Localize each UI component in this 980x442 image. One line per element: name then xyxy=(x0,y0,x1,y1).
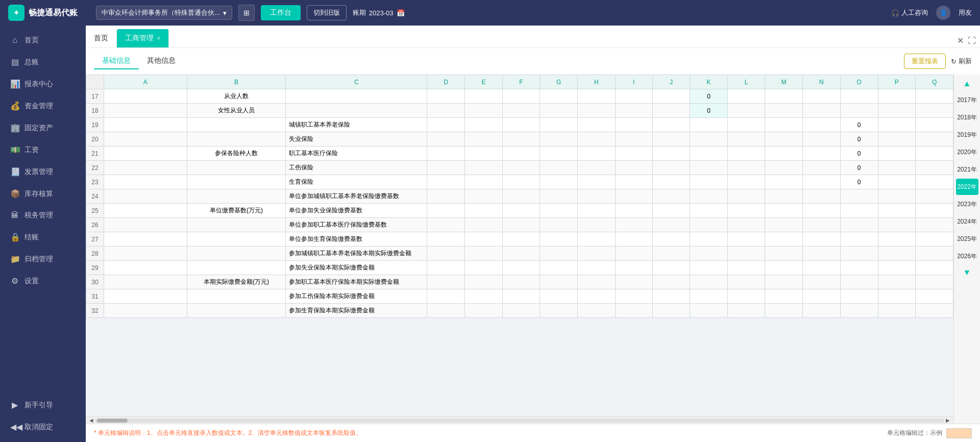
cell-32-b[interactable] xyxy=(187,304,286,318)
cell-17-g[interactable] xyxy=(540,89,578,104)
cell-26-c[interactable]: 单位参加职工基本医疗保险缴费基数 xyxy=(286,218,427,232)
cell-30-o[interactable] xyxy=(840,275,878,289)
cell-27-l[interactable] xyxy=(727,232,765,247)
sidebar-item-close[interactable]: 🔒 结账 xyxy=(0,226,86,248)
cell-29-a[interactable] xyxy=(104,261,187,275)
cell-18-p[interactable] xyxy=(878,104,916,118)
cell-26-a[interactable] xyxy=(104,218,187,232)
cell-21-m[interactable] xyxy=(765,146,803,161)
cell-30-e[interactable] xyxy=(465,275,503,289)
sidebar-item-unpin[interactable]: ◀◀ 取消固定 xyxy=(0,416,86,438)
cell-30-h[interactable] xyxy=(578,275,616,289)
cell-31-i[interactable] xyxy=(615,289,652,304)
cell-23-a[interactable] xyxy=(104,175,187,189)
cell-23-j[interactable] xyxy=(652,175,690,189)
sidebar-item-report[interactable]: 📊 报表中心 xyxy=(0,73,86,95)
cell-30-q[interactable] xyxy=(916,275,953,289)
year-2017[interactable]: 2017年 xyxy=(956,92,978,108)
cell-29-b[interactable] xyxy=(187,261,286,275)
cell-30-d[interactable] xyxy=(427,275,465,289)
cell-25-q[interactable] xyxy=(916,204,953,218)
cell-31-l[interactable] xyxy=(727,289,765,304)
year-nav-down[interactable]: ▼ xyxy=(956,265,978,280)
year-2019[interactable]: 2019年 xyxy=(956,127,978,143)
cell-27-n[interactable] xyxy=(803,232,841,247)
cell-21-k[interactable] xyxy=(690,146,728,161)
cell-23-m[interactable] xyxy=(765,175,803,189)
cell-23-n[interactable] xyxy=(803,175,841,189)
sidebar-item-archive[interactable]: 📁 归档管理 xyxy=(0,248,86,270)
sidebar-item-assets[interactable]: 🏢 固定资产 xyxy=(0,117,86,139)
cell-24-a[interactable] xyxy=(104,189,187,204)
cell-30-f[interactable] xyxy=(502,275,540,289)
cell-25-e[interactable] xyxy=(465,204,503,218)
calendar-icon[interactable]: 📅 xyxy=(397,9,405,17)
cell-20-p[interactable] xyxy=(878,132,916,146)
cell-29-j[interactable] xyxy=(652,261,690,275)
cell-29-q[interactable] xyxy=(916,261,953,275)
cell-20-h[interactable] xyxy=(578,132,616,146)
cell-31-n[interactable] xyxy=(803,289,841,304)
sidebar-item-settings[interactable]: ⚙ 设置 xyxy=(0,270,86,292)
cell-25-a[interactable] xyxy=(104,204,187,218)
sidebar-item-invoice[interactable]: 🧾 发票管理 xyxy=(0,161,86,183)
cell-17-o[interactable] xyxy=(840,89,878,104)
cell-28-b[interactable] xyxy=(187,247,286,261)
cell-32-h[interactable] xyxy=(578,304,616,318)
cell-22-g[interactable] xyxy=(540,161,578,175)
cell-31-d[interactable] xyxy=(427,289,465,304)
cell-29-n[interactable] xyxy=(803,261,841,275)
year-2021[interactable]: 2021年 xyxy=(956,161,978,178)
cell-22-i[interactable] xyxy=(615,161,652,175)
cell-24-b[interactable] xyxy=(187,189,286,204)
cell-20-i[interactable] xyxy=(615,132,652,146)
cell-24-i[interactable] xyxy=(615,189,652,204)
cell-17-a[interactable] xyxy=(104,89,187,104)
cell-17-f[interactable] xyxy=(502,89,540,104)
cell-20-o[interactable]: 0 xyxy=(840,132,878,146)
cell-17-j[interactable] xyxy=(652,89,690,104)
cell-28-k[interactable] xyxy=(690,247,728,261)
cell-18-g[interactable] xyxy=(540,104,578,118)
cell-32-i[interactable] xyxy=(615,304,652,318)
cell-32-a[interactable] xyxy=(104,304,187,318)
cell-30-m[interactable] xyxy=(765,275,803,289)
cell-22-h[interactable] xyxy=(578,161,616,175)
cell-25-c[interactable]: 单位参加失业保险缴费基数 xyxy=(286,204,427,218)
cell-17-l[interactable] xyxy=(727,89,765,104)
cell-26-n[interactable] xyxy=(803,218,841,232)
cell-27-f[interactable] xyxy=(502,232,540,247)
cell-29-f[interactable] xyxy=(502,261,540,275)
cell-21-h[interactable] xyxy=(578,146,616,161)
cell-32-q[interactable] xyxy=(916,304,953,318)
sidebar-item-finance[interactable]: 💰 资金管理 xyxy=(0,95,86,117)
cell-21-b[interactable]: 参保各险种人数 xyxy=(187,146,286,161)
cell-31-f[interactable] xyxy=(502,289,540,304)
year-2025[interactable]: 2025年 xyxy=(956,231,978,247)
cell-18-q[interactable] xyxy=(916,104,953,118)
tab-close-icon[interactable]: × xyxy=(157,35,160,42)
cell-31-p[interactable] xyxy=(878,289,916,304)
cell-32-l[interactable] xyxy=(727,304,765,318)
cell-30-a[interactable] xyxy=(104,275,187,289)
cell-21-n[interactable] xyxy=(803,146,841,161)
cell-22-o[interactable]: 0 xyxy=(840,161,878,175)
cell-19-l[interactable] xyxy=(727,118,765,132)
cell-30-n[interactable] xyxy=(803,275,841,289)
cell-20-d[interactable] xyxy=(427,132,465,146)
cell-25-j[interactable] xyxy=(652,204,690,218)
sidebar-item-newuser[interactable]: ▶ 新手引导 xyxy=(0,394,86,416)
tab-industry[interactable]: 工商管理 × xyxy=(117,29,169,47)
cell-17-b[interactable]: 从业人数 xyxy=(187,89,286,104)
cell-28-o[interactable] xyxy=(840,247,878,261)
cell-27-k[interactable] xyxy=(690,232,728,247)
cell-19-m[interactable] xyxy=(765,118,803,132)
cell-19-o[interactable]: 0 xyxy=(840,118,878,132)
cell-32-n[interactable] xyxy=(803,304,841,318)
tab-home[interactable]: 首页 xyxy=(86,29,117,47)
cell-26-f[interactable] xyxy=(502,218,540,232)
cell-27-h[interactable] xyxy=(578,232,616,247)
cell-21-l[interactable] xyxy=(727,146,765,161)
cell-22-a[interactable] xyxy=(104,161,187,175)
cell-29-h[interactable] xyxy=(578,261,616,275)
